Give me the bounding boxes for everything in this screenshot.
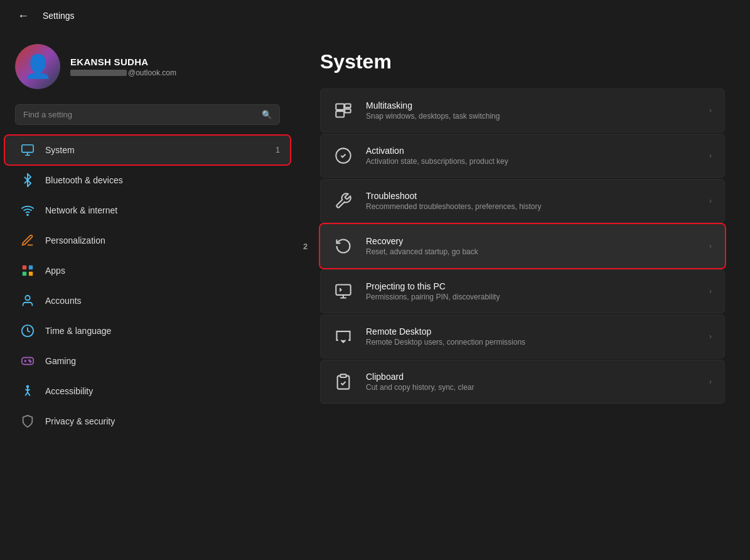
settings-item-multitasking[interactable]: Multitasking Snap windows, desktops, tas… — [320, 89, 725, 132]
projecting-text: Projecting to this PC Permissions, pairi… — [366, 281, 500, 301]
activation-icon — [333, 146, 353, 166]
svg-rect-2 — [23, 266, 26, 269]
sidebar-label-bluetooth: Bluetooth & devices — [45, 175, 123, 185]
clipboard-arrow: › — [709, 377, 712, 386]
sidebar-label-accounts: Accounts — [45, 296, 82, 306]
recovery-icon — [333, 236, 353, 256]
clipboard-text: Clipboard Cut and copy history, sync, cl… — [366, 372, 474, 392]
activation-arrow: › — [709, 151, 712, 160]
svg-rect-0 — [22, 145, 33, 153]
troubleshoot-icon — [333, 191, 353, 211]
clipboard-title: Clipboard — [366, 372, 474, 382]
time-icon — [20, 323, 35, 338]
svg-rect-22 — [336, 285, 350, 295]
svg-rect-17 — [336, 104, 344, 110]
settings-item-activation[interactable]: Activation Activation state, subscriptio… — [320, 134, 725, 178]
settings-item-remotedesktop[interactable]: Remote Desktop Remote Desktop users, con… — [320, 315, 725, 358]
sidebar-label-time: Time & language — [45, 326, 111, 336]
activation-desc: Activation state, subscriptions, product… — [366, 157, 508, 166]
multitasking-title: Multitasking — [366, 100, 500, 110]
apps-icon — [20, 263, 35, 278]
recovery-desc: Reset, advanced startup, go back — [366, 247, 478, 256]
recovery-arrow: › — [709, 242, 712, 250]
sidebar-item-personalization[interactable]: Personalization — [5, 226, 290, 255]
activation-text: Activation Activation state, subscriptio… — [366, 146, 508, 166]
troubleshoot-title: Troubleshoot — [366, 191, 541, 201]
projecting-title: Projecting to this PC — [366, 281, 500, 291]
title-bar: ← Settings — [0, 0, 750, 31]
profile-section[interactable]: EKANSH SUDHA @outlook.com — [0, 31, 295, 102]
search-box[interactable]: 🔍 — [15, 104, 280, 125]
page-title: System — [320, 50, 725, 73]
sidebar: EKANSH SUDHA @outlook.com 🔍 System — [0, 31, 295, 560]
remotedesktop-text: Remote Desktop Remote Desktop users, con… — [366, 326, 525, 347]
sidebar-item-time[interactable]: Time & language — [5, 316, 290, 345]
svg-rect-3 — [29, 266, 33, 269]
svg-rect-24 — [340, 374, 346, 377]
profile-email: @outlook.com — [70, 68, 176, 77]
avatar-image — [15, 44, 60, 89]
projecting-icon — [333, 281, 353, 301]
back-button[interactable]: ← — [13, 7, 34, 25]
remotedesktop-desc: Remote Desktop users, connection permiss… — [366, 338, 525, 347]
troubleshoot-arrow: › — [709, 197, 712, 205]
remotedesktop-arrow: › — [709, 332, 712, 341]
remotedesktop-icon — [333, 326, 353, 347]
svg-rect-18 — [345, 104, 350, 108]
troubleshoot-desc: Recommended troubleshooters, preferences… — [366, 202, 541, 211]
clipboard-desc: Cut and copy history, sync, clear — [366, 383, 474, 392]
profile-name: EKANSH SUDHA — [70, 57, 176, 67]
sidebar-label-apps: Apps — [45, 266, 65, 276]
app-title: Settings — [43, 11, 75, 21]
sidebar-label-gaming: Gaming — [45, 356, 76, 366]
email-mask — [70, 70, 127, 76]
content-area: System Multitasking Snap windows, deskto… — [295, 31, 750, 560]
svg-rect-8 — [22, 358, 33, 365]
settings-item-clipboard[interactable]: Clipboard Cut and copy history, sync, cl… — [320, 360, 725, 404]
svg-point-1 — [27, 214, 28, 215]
personalization-icon — [20, 233, 35, 248]
svg-rect-20 — [336, 111, 344, 117]
sidebar-item-bluetooth[interactable]: Bluetooth & devices — [5, 166, 290, 195]
sidebar-item-privacy[interactable]: Privacy & security — [5, 407, 290, 436]
projecting-arrow: › — [709, 287, 712, 296]
svg-rect-19 — [345, 109, 350, 113]
recovery-badge: 2 — [303, 242, 308, 251]
system-badge: 1 — [276, 146, 280, 154]
sidebar-item-accounts[interactable]: Accounts — [5, 286, 290, 315]
remotedesktop-title: Remote Desktop — [366, 326, 525, 337]
sidebar-item-apps[interactable]: Apps — [5, 256, 290, 285]
sidebar-item-accessibility[interactable]: Accessibility — [5, 377, 290, 406]
multitasking-icon — [333, 100, 353, 121]
sidebar-item-gaming[interactable]: Gaming — [5, 347, 290, 375]
svg-point-13 — [27, 385, 29, 387]
search-input[interactable] — [23, 110, 255, 119]
profile-info: EKANSH SUDHA @outlook.com — [70, 57, 176, 77]
sidebar-label-system: System — [45, 145, 75, 155]
sidebar-item-network[interactable]: Network & internet — [5, 196, 290, 225]
svg-rect-4 — [23, 272, 26, 276]
system-icon — [20, 143, 35, 158]
settings-item-projecting[interactable]: Projecting to this PC Permissions, pairi… — [320, 269, 725, 313]
settings-item-recovery[interactable]: 2 Recovery Reset, advanced startup, go b… — [320, 224, 725, 268]
sidebar-item-system[interactable]: System 1 — [5, 136, 290, 164]
sidebar-label-network: Network & internet — [45, 205, 117, 215]
recovery-text: Recovery Reset, advanced startup, go bac… — [366, 236, 478, 256]
activation-title: Activation — [366, 146, 508, 156]
svg-line-16 — [28, 392, 30, 396]
svg-point-12 — [30, 361, 31, 362]
sidebar-label-accessibility: Accessibility — [45, 386, 93, 396]
recovery-title: Recovery — [366, 236, 478, 246]
privacy-icon — [20, 414, 35, 429]
multitasking-arrow: › — [709, 106, 712, 115]
bluetooth-icon — [20, 173, 35, 188]
settings-item-troubleshoot[interactable]: Troubleshoot Recommended troubleshooters… — [320, 179, 725, 223]
svg-point-6 — [25, 296, 29, 300]
projecting-desc: Permissions, pairing PIN, discoverabilit… — [366, 293, 500, 301]
svg-rect-5 — [29, 272, 33, 276]
accessibility-icon — [20, 384, 35, 399]
search-icon: 🔍 — [262, 110, 272, 119]
accounts-icon — [20, 293, 35, 308]
avatar — [15, 44, 60, 89]
clipboard-icon — [333, 372, 353, 392]
